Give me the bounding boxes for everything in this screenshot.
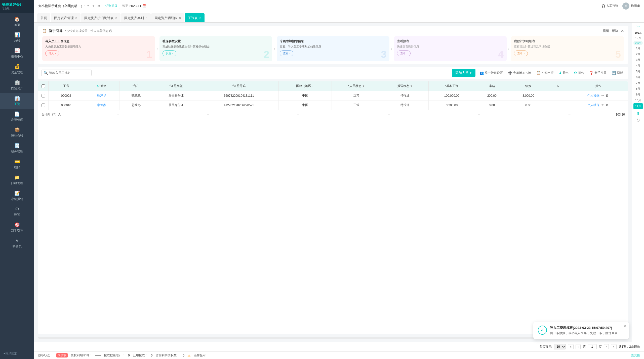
search-input[interactable]: [49, 71, 89, 75]
guide-video-link[interactable]: 视频: [603, 29, 609, 33]
step-num-0: 1: [146, 49, 152, 59]
tab-close-4[interactable]: ✕: [179, 17, 181, 19]
right-panel-expand-icon[interactable]: ≫: [635, 24, 641, 29]
account-selector[interactable]: 刘小艳演示账套（勿删勿动！）1 ▼: [38, 4, 89, 8]
td-report-1: 待报送: [381, 100, 428, 110]
td-basic-0: 100,000.00: [428, 91, 475, 100]
page-size-select[interactable]: 10 20 50: [554, 344, 566, 349]
tab-固定资产类别[interactable]: 固定资产类别✕: [121, 13, 151, 22]
rp-refresh-icon[interactable]: ↻: [636, 118, 640, 123]
rp-up-icon[interactable]: ⬆: [636, 111, 640, 117]
tab-close-2[interactable]: ✕: [115, 17, 117, 19]
tab-固定资产管理[interactable]: 固定资产管理✕: [51, 13, 80, 22]
sidebar-item-进销台账[interactable]: 📦进销台账: [0, 125, 34, 140]
toolbar-action-刷新[interactable]: 🔄刷新: [610, 70, 625, 76]
rp-month-1[interactable]: 2023: [633, 41, 642, 45]
action-label-4: 操作: [578, 71, 584, 75]
sidebar-item-小畅报销[interactable]: 📝小畅报销: [0, 188, 34, 204]
toolbar-action-专项附加扣除[interactable]: ➕专项附加扣除: [506, 70, 533, 76]
rp-month-9[interactable]: 8月: [633, 86, 642, 92]
step-title-3: 查看报表: [397, 39, 504, 43]
cancel-fixed-btn[interactable]: ◀取消固定: [1, 350, 33, 357]
sidebar-item-首页[interactable]: 🏠首页: [0, 14, 34, 30]
calendar-icon[interactable]: 📅: [142, 4, 146, 8]
delete-icon-1[interactable]: 🗑: [606, 103, 609, 107]
rp-month-3[interactable]: 2月: [633, 51, 642, 57]
add-account-icon[interactable]: ＋: [91, 3, 95, 9]
sidebar-label-0: 首页: [14, 23, 20, 27]
step-btn-0[interactable]: 导入 ›: [45, 50, 59, 56]
add-person-label: 添加人员: [455, 71, 468, 75]
guide-title-bar: 📋 新手引导 5步快速完成设置，快去完善信息吧~ 视频 帮助 ✕: [42, 29, 624, 33]
sidebar-icon-8: 🧾: [14, 143, 20, 148]
sidebar-item-新手引导[interactable]: 🎯新手引导: [0, 220, 34, 235]
rp-month-12[interactable]: 11月: [633, 103, 642, 109]
sidebar-item-设置[interactable]: ⚙设置: [0, 204, 34, 220]
last-page-btn[interactable]: »: [611, 344, 617, 349]
step-desc-4: 查看税款计算过程及明细数据: [514, 44, 621, 49]
sidebar-item-资金管理[interactable]: 💰资金管理: [0, 61, 34, 77]
name-link-1[interactable]: 李俊杰: [97, 103, 106, 107]
rp-month-0[interactable]: 12月: [633, 35, 642, 41]
guide-close-btn[interactable]: ✕: [621, 29, 624, 33]
rp-month-7[interactable]: 6月: [633, 74, 642, 80]
th-dept: *部门: [119, 81, 153, 91]
toolbar-action-个税申报[interactable]: 📋个税申报: [534, 70, 556, 76]
period-selector[interactable]: 账期 2023-11 📅: [122, 4, 146, 8]
switch-old-version-btn[interactable]: 切到旧版: [103, 3, 120, 9]
rp-month-5[interactable]: 4月: [633, 63, 642, 69]
step-btn-1[interactable]: 设置 ›: [163, 50, 176, 56]
page-number-input[interactable]: [588, 344, 597, 349]
select-all-checkbox[interactable]: [42, 84, 45, 88]
name-link-0[interactable]: 徐泽华: [97, 94, 106, 97]
tab-close-1[interactable]: ✕: [75, 17, 77, 19]
sidebar-item-畅会员[interactable]: V畅会员: [0, 235, 34, 251]
sidebar-item-结账[interactable]: 💳结账: [0, 156, 34, 172]
sidebar-item-报表中心[interactable]: 📈报表中心: [0, 45, 34, 61]
prev-page-btn[interactable]: ‹: [576, 344, 581, 349]
tab-固定资产明细账[interactable]: 固定资产明细账✕: [151, 13, 184, 22]
next-page-btn[interactable]: ›: [604, 344, 609, 349]
edit-icon-0[interactable]: ✏: [601, 94, 604, 97]
toolbar-action-统一社保设置[interactable]: 👥统一社保设置: [477, 70, 505, 76]
tab-close-3[interactable]: ✕: [145, 17, 147, 19]
tab-固定资产折旧统计表[interactable]: 固定资产折旧统计表✕: [81, 13, 120, 22]
sidebar-item-固定资产[interactable]: 🏢固定资产: [0, 77, 34, 93]
toolbar-action-操作[interactable]: ⚙操作: [572, 70, 586, 76]
sidebar-item-发票管理[interactable]: 📄发票管理: [0, 109, 34, 125]
row-checkbox-1[interactable]: [42, 104, 45, 107]
step-btn-4[interactable]: 查看 ›: [514, 50, 528, 56]
step-btn-2[interactable]: 查看 ›: [280, 50, 294, 56]
edit-icon-1[interactable]: ✏: [601, 103, 604, 107]
action-link-0[interactable]: 个人社保: [587, 94, 599, 97]
recharge-link[interactable]: 去充值: [631, 353, 640, 357]
row-checkbox-0[interactable]: [42, 94, 45, 97]
td-should-0: [548, 91, 568, 100]
first-page-btn[interactable]: «: [568, 344, 574, 349]
guide-help-link[interactable]: 帮助: [612, 29, 618, 33]
sidebar-item-归档管理[interactable]: 📁归档管理: [0, 172, 34, 188]
sidebar-item-税务管理[interactable]: 🧾税务管理: [0, 140, 34, 156]
action-icon-5: ❓: [589, 71, 593, 75]
rp-month-2[interactable]: 1月: [633, 45, 642, 51]
rp-month-6[interactable]: 5月: [633, 69, 642, 74]
rp-month-10[interactable]: 9月: [633, 92, 642, 97]
sidebar-item-总账[interactable]: 📊总账: [0, 30, 34, 45]
rp-month-4[interactable]: 3月: [633, 57, 642, 63]
action-link-1[interactable]: 个人社保: [587, 103, 599, 107]
toast-close-btn[interactable]: ✕: [623, 324, 626, 328]
tab-首页[interactable]: 首页: [37, 13, 50, 22]
settings-icon[interactable]: ⚙: [97, 4, 101, 8]
tab-工资表[interactable]: 工资表✕: [185, 13, 205, 22]
delete-icon-0[interactable]: 🗑: [606, 94, 609, 97]
rp-month-8[interactable]: 7月: [633, 80, 642, 86]
rp-month-11[interactable]: 10月: [633, 97, 642, 103]
toolbar-action-新手引导[interactable]: ❓新手引导: [587, 70, 609, 76]
sidebar-item-工资[interactable]: 👔工资: [0, 93, 34, 109]
tab-close-5[interactable]: ✕: [199, 17, 201, 19]
guide-card: 📋 新手引导 5步快速完成设置，快去完善信息吧~ 视频 帮助 ✕ 导入员工工资信…: [38, 26, 628, 64]
step-btn-3[interactable]: 查看 ›: [397, 50, 411, 56]
toolbar-action-导出[interactable]: ⬇导出: [557, 70, 571, 76]
ai-service-btn[interactable]: 🎧 人工咨询: [601, 4, 618, 8]
add-person-btn[interactable]: 添加人员 ▼: [452, 69, 475, 77]
